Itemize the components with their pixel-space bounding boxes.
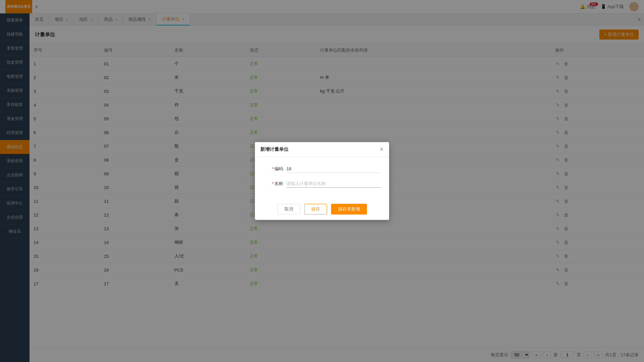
save-button[interactable]: 保存 <box>304 204 327 215</box>
code-required-mark: * <box>272 166 274 171</box>
modal-overlay[interactable]: 新增计量单位 ✕ *编码 *名称 取消 保存 保存并新增 <box>0 0 644 362</box>
name-form-item: *名称 <box>263 180 381 188</box>
code-form-item: *编码 <box>263 165 381 173</box>
modal-close-button[interactable]: ✕ <box>379 146 384 153</box>
add-unit-modal: 新增计量单位 ✕ *编码 *名称 取消 保存 保存并新增 <box>255 142 389 220</box>
code-input[interactable] <box>286 165 381 173</box>
modal-footer: 取消 保存 保存并新增 <box>255 200 389 220</box>
name-label: *名称 <box>263 181 283 187</box>
modal-body: *编码 *名称 <box>255 157 389 200</box>
modal-title: 新增计量单位 <box>260 146 288 153</box>
modal-header: 新增计量单位 ✕ <box>255 142 389 157</box>
name-required-mark: * <box>272 181 274 186</box>
code-label: *编码 <box>263 166 283 172</box>
save-and-new-button[interactable]: 保存并新增 <box>331 204 367 215</box>
name-input[interactable] <box>286 180 381 188</box>
cancel-button[interactable]: 取消 <box>277 204 300 215</box>
